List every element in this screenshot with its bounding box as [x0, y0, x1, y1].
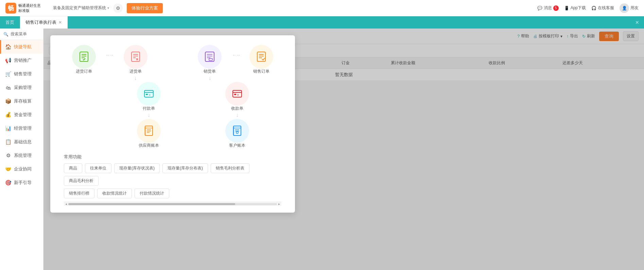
svg-rect-23: [234, 94, 236, 95]
func-btn-stock-status[interactable]: 现存量(库存状况表): [114, 163, 160, 173]
enterprise-icon: 🤝: [5, 166, 11, 172]
node-payment-bill[interactable]: ¥ 付款单: [125, 82, 173, 111]
node-supplier-ledger[interactable]: 供应商账本: [125, 119, 173, 148]
header-right: 💬 消息 5 📱 App下载 🎧 在线客服 👤 用友: [537, 3, 639, 13]
dropdown-arrow-icon: ▾: [107, 6, 109, 10]
svg-rect-4: [132, 52, 140, 61]
sidebar-item-operations[interactable]: 📊 经营管理: [0, 122, 43, 135]
sidebar-item-basic-info[interactable]: 📋 基础信息: [0, 135, 43, 149]
func-btn-goods-profit[interactable]: 商品毛利分析: [64, 176, 99, 186]
purchase-order-label: 进货订单: [76, 69, 92, 74]
node-purchase-order[interactable]: 进货订单: [64, 45, 104, 74]
node-purchase-bill[interactable]: 进货单: [116, 45, 156, 74]
message-icon: 💬: [537, 6, 542, 11]
sidebar: 🔍 搜索菜单 🏠 快捷导航 📢 营销推广 🛒 销售管理 🛍 采购管理 📦 库存核…: [0, 29, 43, 270]
common-funcs-section: 常用功能 商品 往来单位 现存量(库存状况表) 现存量(库存分布表) 销售毛利分…: [64, 154, 281, 198]
svg-rect-19: [146, 94, 148, 95]
sidebar-item-enterprise[interactable]: 🤝 企业协同: [0, 162, 43, 176]
logo-icon: 畅: [5, 3, 16, 14]
common-funcs-label: 常用功能: [64, 154, 281, 160]
node-customer-ledger[interactable]: 客户账本: [213, 119, 261, 148]
marketing-icon: 📢: [5, 57, 11, 64]
func-btn-stock-dist[interactable]: 现存量(库存分布表): [162, 163, 208, 173]
arrow-payment-bill-down: ↓: [125, 112, 173, 118]
app-download-button[interactable]: 📱 App下载: [564, 5, 586, 11]
tab-close-all-icon[interactable]: ✕: [630, 20, 644, 25]
receipt-bill-label: 收款单: [231, 106, 243, 111]
sales-bill-label: 销货单: [204, 69, 216, 74]
func-btn-payment-stats[interactable]: 付款情况统计: [135, 188, 169, 198]
download-icon: 📱: [564, 6, 569, 11]
func-btn-sales-rank[interactable]: 销售排行榜: [64, 188, 94, 198]
customer-ledger-label: 客户账本: [229, 143, 245, 148]
message-button[interactable]: 💬 消息 5: [537, 5, 559, 11]
arrow-purchase-bill-down: ↓: [116, 75, 156, 81]
func-btn-receipt-stats[interactable]: 收款情况统计: [97, 188, 132, 198]
tab-home[interactable]: 首页: [0, 16, 20, 29]
sidebar-item-purchase[interactable]: 🛍 采购管理: [0, 81, 43, 94]
svg-point-35: [236, 131, 238, 133]
user-menu[interactable]: 👤 用友: [620, 3, 639, 13]
scrollbar-left-arrow[interactable]: ◂: [65, 202, 67, 206]
sales-order-label: 销售订单: [253, 69, 269, 74]
func-row-2: 销售排行榜 收款情况统计 付款情况统计: [64, 188, 281, 198]
gear-button[interactable]: ⚙: [113, 3, 123, 13]
purchase-icon: 🛍: [5, 85, 11, 91]
svg-rect-25: [145, 126, 153, 136]
sidebar-item-system[interactable]: ⚙ 系统管理: [0, 149, 43, 162]
sidebar-item-guide[interactable]: 🎯 新手引导: [0, 176, 43, 190]
node-sales-order[interactable]: 销售订单: [241, 45, 281, 74]
arrow-receipt-bill-down: ↓: [213, 112, 261, 118]
func-btn-goods[interactable]: 商品: [64, 163, 82, 173]
purchase-order-icon: [72, 45, 96, 69]
inventory-icon: 📦: [5, 98, 11, 104]
scrollbar-right-arrow[interactable]: ▸: [278, 202, 280, 206]
supplier-ledger-label: 供应商账本: [139, 143, 159, 148]
svg-rect-30: [144, 127, 146, 135]
system-title-dropdown[interactable]: 装备及固定资产辅助管理系统 ▾: [53, 5, 109, 11]
svg-rect-8: [205, 52, 214, 61]
message-badge: 5: [553, 5, 559, 11]
scrollbar-thumb: [68, 203, 235, 205]
experience-button[interactable]: 体验行业方案: [127, 3, 163, 13]
quick-nav-icon: 🏠: [5, 44, 11, 50]
online-service-button[interactable]: 🎧 在线客服: [591, 5, 614, 11]
sidebar-item-finance[interactable]: 💰 资金管理: [0, 108, 43, 122]
sales-bill-icon: [198, 45, 222, 69]
main-layout: 🔍 搜索菜单 🏠 快捷导航 📢 营销推广 🛒 销售管理 🛍 采购管理 📦 库存核…: [0, 29, 644, 270]
sales-order-icon: [249, 45, 273, 69]
logo-text: 畅通通好生意 标准版: [18, 3, 41, 13]
arrow-purchase-order-to-bill: - - →: [104, 45, 116, 58]
sidebar-item-marketing[interactable]: 📢 营销推广: [0, 54, 43, 67]
sidebar-item-quick-nav[interactable]: 🏠 快捷导航: [0, 40, 43, 54]
guide-icon: 🎯: [5, 180, 11, 186]
system-icon: ⚙: [5, 152, 11, 159]
tab-bar: 首页 销售订单执行表 ✕ ✕: [0, 16, 644, 29]
payment-bill-label: 付款单: [143, 106, 155, 111]
basic-info-icon: 📋: [5, 139, 11, 145]
func-btn-sales-profit[interactable]: 销售毛利分析表: [211, 163, 249, 173]
content-area: ? 帮助 🖨 按模板打印 ▾ ↑ 导出 ↻ 刷新 查询 设置 📅: [43, 29, 644, 270]
receipt-bill-icon: ¥: [225, 82, 249, 106]
tab-sales-order-exec[interactable]: 销售订单执行表 ✕: [20, 16, 68, 29]
sidebar-item-sales[interactable]: 🛒 销售管理: [0, 67, 43, 81]
sidebar-search[interactable]: 🔍 搜索菜单: [0, 29, 43, 40]
node-sales-bill[interactable]: 销货单: [190, 45, 230, 74]
popup-scrollbar[interactable]: ◂ ▸: [64, 202, 281, 206]
top-header: 畅 畅通通好生意 标准版 装备及固定资产辅助管理系统 ▾ ⚙ 体验行业方案 💬 …: [0, 0, 644, 16]
tab-close-icon[interactable]: ✕: [58, 20, 62, 25]
func-row-1: 商品 往来单位 现存量(库存状况表) 现存量(库存分布表) 销售毛利分析表 商品…: [64, 163, 281, 186]
arrow-sales-bill-down: ↓: [190, 75, 230, 81]
svg-text:¥: ¥: [149, 93, 151, 96]
user-avatar: 👤: [620, 3, 629, 13]
scrollbar-track[interactable]: [68, 203, 277, 205]
svg-rect-36: [233, 127, 234, 135]
system-title: 装备及固定资产辅助管理系统: [53, 5, 106, 11]
node-receipt-bill[interactable]: ¥ 收款单: [213, 82, 261, 111]
func-btn-contacts[interactable]: 往来单位: [85, 163, 111, 173]
service-icon: 🎧: [591, 6, 596, 11]
svg-rect-12: [209, 58, 212, 60]
supplier-ledger-icon: [137, 119, 161, 143]
purchase-bill-label: 进货单: [129, 69, 142, 74]
sidebar-item-inventory[interactable]: 📦 库存核算: [0, 94, 43, 108]
